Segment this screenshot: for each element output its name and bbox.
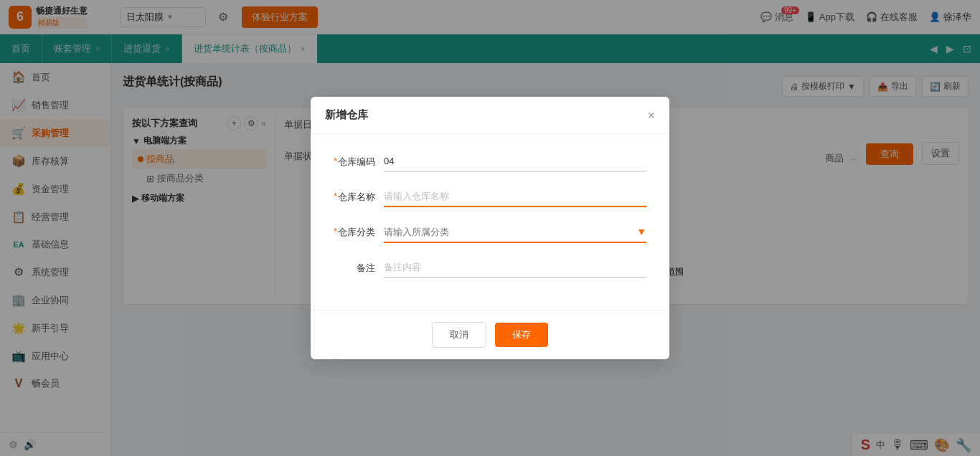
warehouse-category-input[interactable] — [384, 227, 636, 237]
cancel-button[interactable]: 取消 — [432, 322, 486, 348]
notes-label: 备注 — [334, 262, 384, 275]
warehouse-name-label: 仓库名称 — [334, 191, 384, 204]
notes-input[interactable] — [384, 257, 646, 278]
modal-overlay: 新增仓库 × 仓库编码 仓库名称 仓库分类 ▼ — [0, 0, 980, 456]
warehouse-category-select[interactable]: ▼ — [384, 222, 646, 243]
modal-header: 新增仓库 × — [311, 97, 669, 134]
warehouse-name-row: 仓库名称 — [334, 186, 646, 207]
modal-footer: 取消 保存 — [311, 310, 669, 359]
warehouse-code-row: 仓库编码 — [334, 151, 646, 172]
warehouse-code-input[interactable] — [384, 151, 646, 172]
category-dropdown-icon: ▼ — [636, 226, 646, 237]
modal-title: 新增仓库 — [325, 108, 368, 122]
modal-body: 仓库编码 仓库名称 仓库分类 ▼ 备注 — [311, 134, 669, 310]
add-warehouse-modal: 新增仓库 × 仓库编码 仓库名称 仓库分类 ▼ — [311, 97, 669, 359]
modal-close-button[interactable]: × — [647, 109, 655, 122]
warehouse-category-label: 仓库分类 — [334, 226, 384, 239]
save-button[interactable]: 保存 — [495, 323, 548, 347]
warehouse-category-row: 仓库分类 ▼ — [334, 222, 646, 243]
notes-row: 备注 — [334, 257, 646, 278]
warehouse-code-label: 仓库编码 — [334, 156, 384, 168]
warehouse-name-input[interactable] — [384, 186, 646, 207]
